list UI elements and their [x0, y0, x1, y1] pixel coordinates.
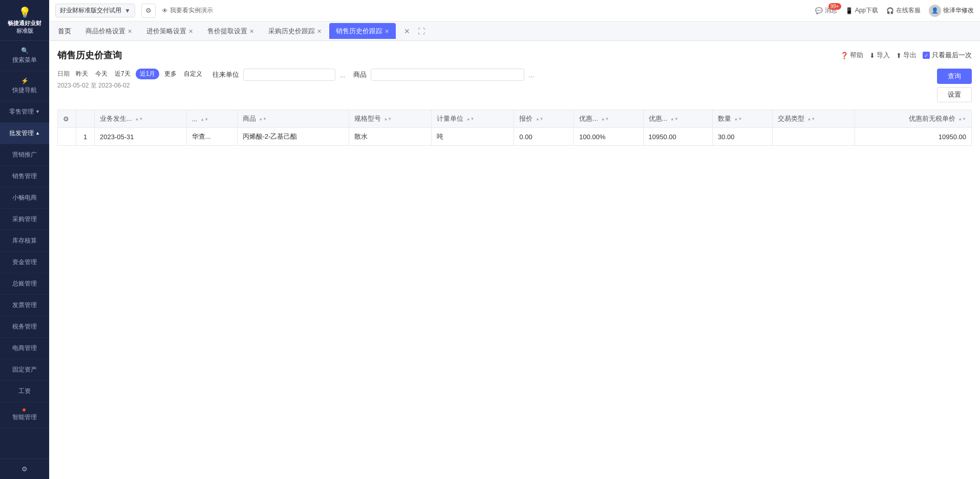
col-header-business-date[interactable]: 业务发生... ▲▼	[95, 110, 187, 128]
col-header-extra[interactable]: ... ▲▼	[186, 110, 237, 128]
page-title: 销售历史价查询	[57, 49, 122, 61]
import-action[interactable]: ⬇ 导入	[869, 51, 890, 60]
col-header-pretax-price[interactable]: 优惠前无税单价 ▲▼	[855, 110, 972, 128]
app-download-label: App下载	[855, 6, 878, 15]
only-last-checkbox[interactable]: ✓ 只看最后一次	[923, 51, 972, 60]
sidebar-item-purchase-mgmt[interactable]: 采购管理	[0, 209, 49, 230]
sidebar-item-ledger-mgmt[interactable]: 总账管理	[0, 273, 49, 295]
filter-bar: 日期 昨天 今天 近7天 近1月 更多 自定义 2023-05-02 至 202…	[57, 69, 972, 102]
checkbox-icon: ✓	[923, 52, 930, 59]
sidebar-item-payroll[interactable]: 工资	[0, 381, 49, 402]
date-opt-more[interactable]: 更多	[162, 69, 179, 79]
date-opt-custom[interactable]: 自定义	[182, 69, 204, 79]
ecom-mgmt-label: 电商管理	[12, 344, 37, 353]
sort-icon: ▲▼	[734, 117, 742, 121]
sidebar-item-tax-mgmt[interactable]: 税务管理	[0, 316, 49, 338]
app-download-action[interactable]: 📱 App下载	[845, 6, 878, 15]
smart-mgmt-label: 智能管理	[12, 413, 37, 422]
tab-close-sales-history[interactable]: ✕	[385, 28, 389, 35]
product-filter-dots[interactable]: ...	[528, 71, 534, 79]
avatar: 👤	[929, 5, 941, 17]
tab-close-purchase-strategy[interactable]: ✕	[188, 28, 193, 35]
header-settings-btn[interactable]: ⚙	[141, 4, 156, 18]
help-action[interactable]: ❓ 帮助	[840, 51, 863, 60]
fixed-assets-label: 固定资产	[12, 365, 37, 374]
sort-icon: ▲▼	[807, 117, 815, 121]
sidebar-item-marketing[interactable]: 营销推广	[0, 144, 49, 166]
tab-home[interactable]: 首页	[51, 23, 78, 39]
col-header-product[interactable]: 商品 ▲▼	[237, 110, 349, 128]
quantity-cell: 30.00	[712, 128, 772, 146]
logo-icon: 💡	[4, 5, 45, 19]
col-header-unit[interactable]: 计量单位 ▲▼	[432, 110, 514, 128]
col-header-settings[interactable]: ⚙	[58, 110, 76, 128]
export-icon: ⬆	[896, 52, 902, 59]
sidebar-item-ecommerce[interactable]: 小畅电商	[0, 187, 49, 209]
product-filter-label: 商品	[353, 70, 367, 79]
tab-purchase-strategy[interactable]: 进价策略设置 ✕	[140, 23, 200, 39]
online-service-action[interactable]: 🎧 在线客服	[886, 6, 921, 15]
online-service-label: 在线客服	[896, 6, 921, 15]
product-filter-input[interactable]	[371, 69, 524, 81]
sidebar-item-wholesale-mgmt[interactable]: 批发管理 ▲	[0, 123, 49, 144]
sidebar-item-inventory[interactable]: 库存核算	[0, 230, 49, 252]
table-settings-icon: ⚙	[63, 115, 69, 123]
date-opt-today[interactable]: 今天	[93, 69, 110, 79]
workspace-name: 好业财标准版交付试用	[60, 6, 121, 15]
expand-window-btn[interactable]: ⛶	[415, 25, 428, 37]
export-action[interactable]: ⬆ 导出	[896, 51, 917, 60]
tab-product-price[interactable]: 商品价格设置 ✕	[79, 23, 139, 39]
col-header-trans-type[interactable]: 交易类型 ▲▼	[772, 110, 855, 128]
row-settings-cell	[58, 128, 76, 146]
user-name: 徐泽华修改	[943, 6, 974, 15]
demo-label: 我要看实例演示	[170, 6, 213, 15]
sidebar-item-quick-nav[interactable]: ⚡ 快捷导航	[0, 71, 49, 101]
col-header-discount-pct[interactable]: 优惠... ▲▼	[574, 110, 643, 128]
logo-text-line1: 畅捷通好业财	[4, 19, 45, 27]
sidebar-item-ecom-mgmt[interactable]: 电商管理	[0, 338, 49, 359]
col-header-discount-amt[interactable]: 优惠... ▲▼	[643, 110, 712, 128]
query-button[interactable]: 查询	[937, 69, 972, 84]
table-row: 1 2023-05-31 华查... 丙烯酸-2-乙基己酯 散水 吨 0.00 …	[58, 128, 972, 146]
demo-button[interactable]: 👁 我要看实例演示	[162, 6, 213, 15]
inventory-label: 库存核算	[12, 236, 37, 245]
tab-sales-history[interactable]: 销售历史价跟踪 ✕	[329, 23, 396, 39]
tab-close-price-extract[interactable]: ✕	[249, 28, 254, 35]
col-header-spec[interactable]: 规格型号 ▲▼	[349, 110, 431, 128]
tab-close-purchase-history[interactable]: ✕	[317, 28, 322, 35]
tab-close-product-price[interactable]: ✕	[127, 28, 132, 35]
sort-icon: ▲▼	[958, 117, 966, 121]
sidebar-item-sales-mgmt[interactable]: 销售管理	[0, 166, 49, 187]
sidebar-settings-btn[interactable]: ⚙	[0, 459, 49, 479]
capital-mgmt-label: 资金管理	[12, 258, 37, 267]
settings-button[interactable]: 设置	[937, 87, 972, 102]
sidebar-item-search-menu[interactable]: 🔍 搜索菜单	[0, 41, 49, 71]
tab-purchase-history[interactable]: 采购历史价跟踪 ✕	[262, 23, 328, 39]
col-header-price[interactable]: 报价 ▲▼	[514, 110, 574, 128]
tax-mgmt-label: 税务管理	[12, 322, 37, 331]
extra-cell: 华查...	[186, 128, 237, 146]
customer-filter-dots[interactable]: ...	[339, 71, 345, 79]
export-label: 导出	[903, 51, 917, 60]
sidebar-item-retail-mgmt[interactable]: 零售管理 ▼	[0, 101, 49, 123]
date-opt-yesterday[interactable]: 昨天	[74, 69, 90, 79]
date-opt-last1m[interactable]: 近1月	[136, 69, 160, 79]
customer-filter-input[interactable]	[243, 69, 335, 81]
sidebar: 💡 畅捷通好业财 标准版 🔍 搜索菜单 ⚡ 快捷导航 零售管理 ▼ 批发管理 ▲…	[0, 0, 49, 479]
sales-mgmt-label: 销售管理	[12, 172, 37, 181]
sidebar-item-fixed-assets[interactable]: 固定资产	[0, 359, 49, 381]
date-opt-last7[interactable]: 近7天	[113, 69, 133, 79]
workspace-selector[interactable]: 好业财标准版交付试用 ▼	[55, 4, 135, 17]
message-action[interactable]: 💬 消息 99+	[815, 6, 837, 15]
sidebar-item-capital-mgmt[interactable]: 资金管理	[0, 252, 49, 273]
sidebar-item-smart-mgmt[interactable]: 智能管理	[0, 402, 49, 428]
user-info[interactable]: 👤 徐泽华修改	[929, 5, 974, 17]
window-controls: ✕ ⛶	[401, 25, 428, 37]
close-window-btn[interactable]: ✕	[401, 25, 413, 37]
retail-mgmt-label: 零售管理	[9, 107, 34, 116]
sidebar-item-invoice-mgmt[interactable]: 发票管理	[0, 295, 49, 316]
invoice-mgmt-label: 发票管理	[12, 301, 37, 310]
tab-price-extract[interactable]: 售价提取设置 ✕	[201, 23, 261, 39]
top-header: 好业财标准版交付试用 ▼ ⚙ 👁 我要看实例演示 💬 消息 99+ 📱 App下…	[49, 0, 980, 21]
col-header-quantity[interactable]: 数量 ▲▼	[712, 110, 772, 128]
